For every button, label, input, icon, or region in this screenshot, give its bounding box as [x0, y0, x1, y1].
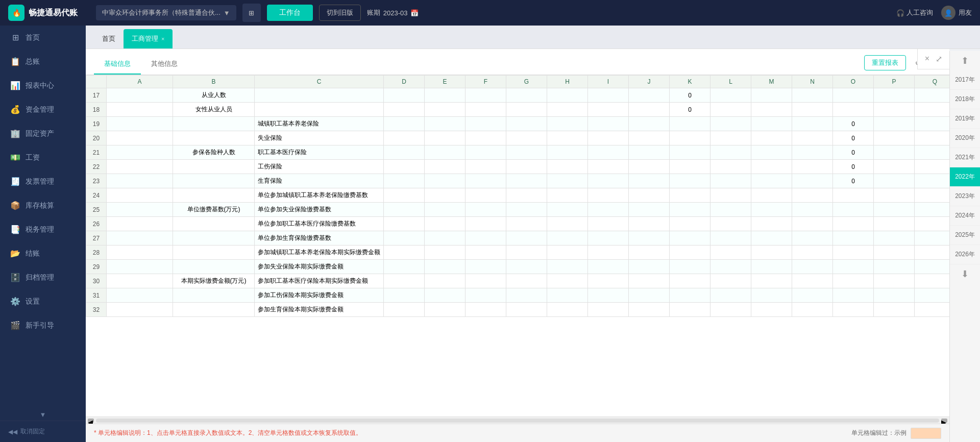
cell-d-j[interactable] [465, 117, 506, 131]
cell-d-j[interactable] [629, 260, 670, 274]
sidebar-item-closing[interactable]: 📂 结账 [0, 241, 86, 265]
cell-d-j[interactable] [506, 174, 547, 188]
cell-d-j[interactable] [547, 117, 588, 131]
cell-c[interactable]: 单位参加城镇职工基本养老保险缴费基数 [255, 188, 384, 203]
cell-c[interactable]: 参加工伤保险本期实际缴费金额 [255, 288, 384, 303]
cell-l-n[interactable] [792, 231, 833, 245]
cell-l-n[interactable] [792, 260, 833, 274]
cell-d-j[interactable] [425, 231, 465, 245]
cell-d-j[interactable] [629, 145, 670, 160]
cell-l-n[interactable] [751, 303, 792, 317]
cell-d-j[interactable] [425, 303, 465, 317]
cell-d-j[interactable] [547, 131, 588, 145]
cell-d-j[interactable] [384, 288, 425, 303]
year-2021[interactable]: 2021年 [950, 148, 980, 167]
cell-d-j[interactable] [384, 88, 425, 103]
tab-industrial[interactable]: 工商管理 × [124, 29, 173, 48]
cell-b[interactable] [173, 188, 255, 203]
cell-p-q[interactable] [874, 131, 915, 145]
year-2023[interactable]: 2023年 [950, 187, 980, 206]
cell-b[interactable] [173, 117, 255, 131]
year-2026[interactable]: 2026年 [950, 245, 980, 264]
cell-a[interactable] [107, 117, 173, 131]
cell-p-q[interactable] [915, 203, 950, 217]
cell-d-j[interactable] [465, 88, 506, 103]
cell-d-j[interactable] [384, 160, 425, 174]
scroll-left-arrow[interactable]: ◀ [88, 419, 94, 423]
cell-d-j[interactable] [465, 260, 506, 274]
cell-a[interactable] [107, 88, 173, 103]
cell-d-j[interactable] [547, 231, 588, 245]
cell-c[interactable]: 工伤保险 [255, 160, 384, 174]
cell-l-n[interactable] [792, 117, 833, 131]
copy-button[interactable]: ⊞ [242, 4, 261, 22]
cell-l-n[interactable] [751, 217, 792, 231]
cell-k[interactable] [670, 231, 710, 245]
cell-d-j[interactable] [629, 303, 670, 317]
cell-l-n[interactable] [751, 231, 792, 245]
cell-d-j[interactable] [588, 260, 629, 274]
cell-o[interactable] [833, 274, 874, 288]
cell-l-n[interactable] [751, 131, 792, 145]
cell-l-n[interactable] [792, 174, 833, 188]
cell-d-j[interactable] [384, 203, 425, 217]
cell-l-n[interactable] [710, 217, 751, 231]
cell-a[interactable] [107, 260, 173, 274]
cell-d-j[interactable] [629, 288, 670, 303]
cell-l-n[interactable] [710, 260, 751, 274]
close-window-button[interactable]: × [925, 54, 929, 64]
cell-k[interactable] [670, 145, 710, 160]
cell-a[interactable] [107, 131, 173, 145]
cell-d-j[interactable] [384, 117, 425, 131]
cell-l-n[interactable] [710, 188, 751, 203]
cell-o[interactable] [833, 303, 874, 317]
cell-b[interactable] [173, 260, 255, 274]
cell-l-n[interactable] [792, 217, 833, 231]
cell-a[interactable] [107, 231, 173, 245]
cell-o[interactable]: 0 [833, 117, 874, 131]
sidebar-item-assets[interactable]: 🏢 固定资产 [0, 121, 86, 145]
cell-a[interactable] [107, 174, 173, 188]
cell-l-n[interactable] [792, 303, 833, 317]
cell-o[interactable]: 0 [833, 174, 874, 188]
cell-p-q[interactable] [915, 103, 950, 117]
cell-o[interactable] [833, 288, 874, 303]
cell-d-j[interactable] [506, 274, 547, 288]
cell-d-j[interactable] [629, 188, 670, 203]
cell-d-j[interactable] [547, 245, 588, 260]
cell-l-n[interactable] [792, 103, 833, 117]
cell-d-j[interactable] [425, 188, 465, 203]
cell-o[interactable] [833, 88, 874, 103]
cell-b[interactable] [173, 288, 255, 303]
cell-d-j[interactable] [629, 103, 670, 117]
cell-d-j[interactable] [588, 303, 629, 317]
calendar-icon[interactable]: 📅 [410, 9, 419, 17]
cell-l-n[interactable] [751, 274, 792, 288]
cell-d-j[interactable] [506, 103, 547, 117]
cell-l-n[interactable] [751, 203, 792, 217]
cell-d-j[interactable] [384, 174, 425, 188]
cell-d-j[interactable] [425, 160, 465, 174]
cell-l-n[interactable] [792, 145, 833, 160]
cell-l-n[interactable] [710, 245, 751, 260]
cell-p-q[interactable] [915, 145, 950, 160]
cell-d-j[interactable] [629, 217, 670, 231]
cell-c[interactable]: 参加失业保险本期实际缴费金额 [255, 260, 384, 274]
cell-l-n[interactable] [751, 260, 792, 274]
cell-b[interactable]: 从业人数 [173, 88, 255, 103]
cell-d-j[interactable] [506, 188, 547, 203]
cell-d-j[interactable] [425, 217, 465, 231]
sub-tab-other[interactable]: 其他信息 [141, 55, 188, 75]
cell-d-j[interactable] [506, 303, 547, 317]
sidebar-item-home[interactable]: ⊞ 首页 [0, 26, 86, 50]
cell-k[interactable] [670, 160, 710, 174]
cell-d-j[interactable] [629, 131, 670, 145]
cell-k[interactable] [670, 288, 710, 303]
cell-p-q[interactable] [874, 303, 915, 317]
cell-d-j[interactable] [588, 145, 629, 160]
sidebar-item-payroll[interactable]: 💵 工资 [0, 145, 86, 169]
cell-d-j[interactable] [547, 88, 588, 103]
cell-d-j[interactable] [425, 274, 465, 288]
cell-l-n[interactable] [710, 174, 751, 188]
cell-l-n[interactable] [710, 145, 751, 160]
